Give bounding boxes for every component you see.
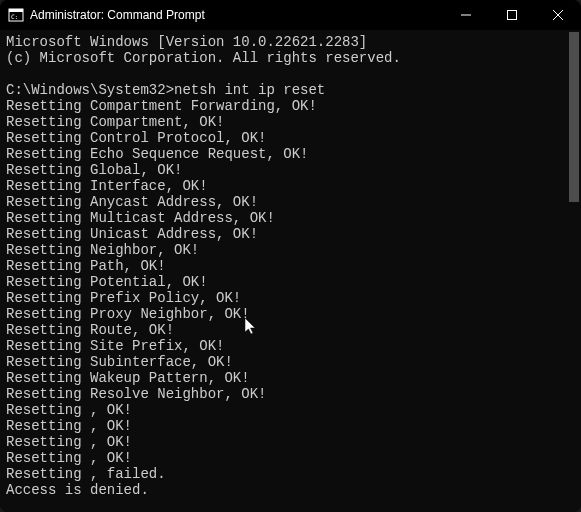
output-line: Resetting , OK!	[6, 402, 575, 418]
prompt-line: C:\Windows\System32>netsh int ip reset	[6, 82, 575, 98]
output-line: Resetting Path, OK!	[6, 258, 575, 274]
scrollbar-thumb[interactable]	[569, 32, 579, 202]
output-line: Resetting Compartment Forwarding, OK!	[6, 98, 575, 114]
output-line: Resetting Echo Sequence Request, OK!	[6, 146, 575, 162]
close-button[interactable]	[535, 0, 581, 30]
output-line: Resetting , OK!	[6, 450, 575, 466]
output-line: Resetting Prefix Policy, OK!	[6, 290, 575, 306]
svg-rect-4	[508, 11, 517, 20]
output-line: Resetting Potential, OK!	[6, 274, 575, 290]
scrollbar[interactable]	[567, 30, 581, 512]
output-line: Resetting , OK!	[6, 434, 575, 450]
output-line: Resetting Route, OK!	[6, 322, 575, 338]
svg-rect-1	[9, 9, 23, 12]
window-title: Administrator: Command Prompt	[30, 8, 443, 22]
svg-text:C:: C:	[11, 13, 18, 20]
cmd-icon: C:	[8, 7, 24, 23]
output-line: Resetting Site Prefix, OK!	[6, 338, 575, 354]
prompt-path: C:\Windows\System32>	[6, 82, 174, 98]
minimize-button[interactable]	[443, 0, 489, 30]
output-line: Resetting Wakeup Pattern, OK!	[6, 370, 575, 386]
output-line: Resetting , failed.	[6, 466, 575, 482]
command-text: netsh int ip reset	[174, 82, 325, 98]
output-line: Resetting Interface, OK!	[6, 178, 575, 194]
output-line: Resetting , OK!	[6, 418, 575, 434]
copyright-line: (c) Microsoft Corporation. All rights re…	[6, 50, 575, 66]
output-line: Resetting Neighbor, OK!	[6, 242, 575, 258]
output-line: Resetting Control Protocol, OK!	[6, 130, 575, 146]
titlebar: C: Administrator: Command Prompt	[0, 0, 581, 30]
maximize-button[interactable]	[489, 0, 535, 30]
output-line: Resetting Multicast Address, OK!	[6, 210, 575, 226]
output-line: Resetting Global, OK!	[6, 162, 575, 178]
terminal-output[interactable]: Microsoft Windows [Version 10.0.22621.22…	[0, 30, 581, 512]
output-line: Resetting Compartment, OK!	[6, 114, 575, 130]
blank-line	[6, 66, 575, 82]
version-line: Microsoft Windows [Version 10.0.22621.22…	[6, 34, 575, 50]
output-line: Resetting Proxy Neighbor, OK!	[6, 306, 575, 322]
output-line: Access is denied.	[6, 482, 575, 498]
output-line: Resetting Subinterface, OK!	[6, 354, 575, 370]
window-controls	[443, 0, 581, 30]
output-line: Resetting Unicast Address, OK!	[6, 226, 575, 242]
command-prompt-window: C: Administrator: Command Prompt	[0, 0, 581, 512]
output-line: Resetting Anycast Address, OK!	[6, 194, 575, 210]
output-line: Resetting Resolve Neighbor, OK!	[6, 386, 575, 402]
